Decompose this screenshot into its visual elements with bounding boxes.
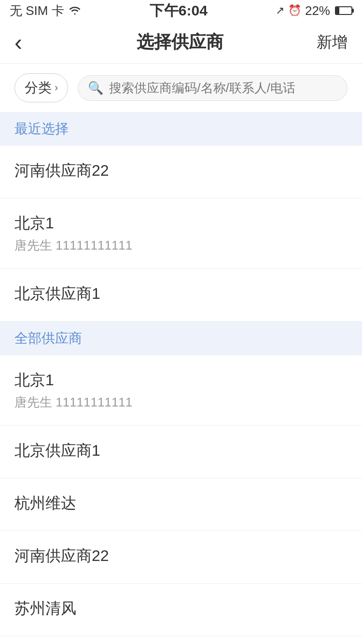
list-item[interactable]: 苏州清风 [0, 584, 362, 636]
status-right: ↗ ⏰ 22% [276, 3, 352, 18]
category-filter-button[interactable]: 分类 › [14, 73, 68, 102]
add-button[interactable]: 新增 [317, 32, 348, 53]
list-item[interactable]: 河南供应商22 [0, 531, 362, 584]
list-item[interactable]: 北京供应商1 [0, 426, 362, 478]
item-detail: 唐先生 11111111111 [14, 394, 348, 411]
battery-text: 22% [305, 3, 330, 18]
status-time: 下午6:04 [150, 1, 208, 21]
all-section-label: 全部供应商 [14, 331, 82, 346]
item-name: 北京1 [14, 213, 348, 234]
item-name: 苏州清风 [14, 598, 348, 619]
status-bar: 无 SIM 卡 下午6:04 ↗ ⏰ 22% [0, 0, 362, 21]
category-label: 分类 [25, 79, 52, 97]
category-arrow-icon: › [55, 82, 58, 94]
page-title: 选择供应商 [137, 30, 223, 54]
all-list: 北京1唐先生 11111111111北京供应商1杭州维达河南供应商22苏州清风 [0, 355, 362, 636]
all-section-header: 全部供应商 [0, 322, 362, 355]
item-name: 河南供应商22 [14, 546, 348, 567]
list-item[interactable]: 北京供应商1 [0, 269, 362, 322]
battery-icon [335, 6, 352, 15]
item-name: 北京1 [14, 370, 348, 391]
wifi-icon [68, 3, 82, 18]
search-input[interactable] [109, 81, 337, 96]
list-item[interactable]: 河南供应商22 [0, 146, 362, 198]
nav-bar: ‹ 选择供应商 新增 [0, 21, 362, 64]
item-name: 北京供应商1 [14, 283, 348, 305]
item-name: 北京供应商1 [14, 440, 348, 462]
item-detail: 唐先生 11111111111 [14, 237, 348, 254]
status-left: 无 SIM 卡 [10, 2, 82, 19]
no-sim-text: 无 SIM 卡 [10, 2, 64, 19]
item-name: 河南供应商22 [14, 160, 348, 182]
filter-bar: 分类 › 🔍 [0, 64, 362, 112]
recent-section-label: 最近选择 [14, 121, 69, 136]
location-icon: ↗ [276, 4, 284, 17]
alarm-icon: ⏰ [288, 4, 301, 17]
back-button[interactable]: ‹ [14, 29, 43, 56]
search-icon: 🔍 [88, 81, 103, 96]
list-item[interactable]: 杭州维达 [0, 478, 362, 531]
recent-list: 河南供应商22北京1唐先生 11111111111北京供应商1 [0, 146, 362, 322]
list-item[interactable]: 北京1唐先生 11111111111 [0, 198, 362, 269]
item-name: 杭州维达 [14, 493, 348, 514]
recent-section-header: 最近选择 [0, 112, 362, 146]
list-item[interactable]: 北京1唐先生 11111111111 [0, 355, 362, 426]
search-box: 🔍 [78, 75, 348, 101]
